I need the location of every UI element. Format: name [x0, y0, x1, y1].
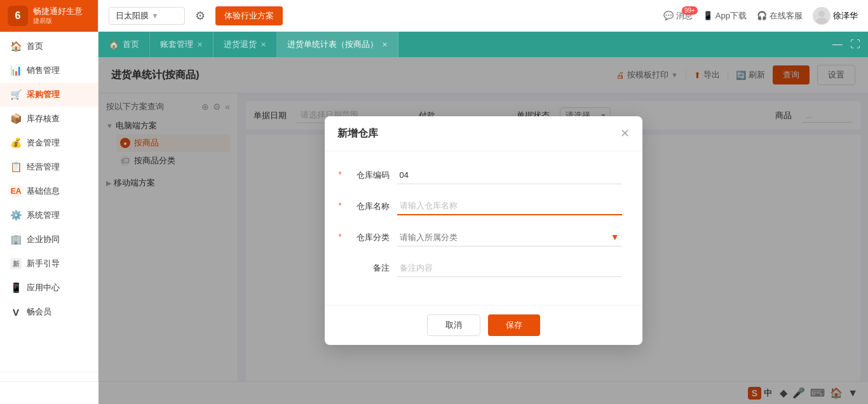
app-logo-text: 畅捷通好生意 捷易版 — [33, 6, 83, 25]
user-info[interactable]: 徐泽华 — [813, 7, 858, 25]
sidebar-nav: 🏠 首页 📊 销售管理 🛒 采购管理 📦 库存核查 💰 资金管理 📋 经营管理 … — [0, 32, 98, 372]
app-download-button[interactable]: 📱 App下载 — [703, 10, 747, 22]
modal-title: 新增仓库 — [337, 127, 378, 140]
sidebar-item-home[interactable]: 🏠 首页 — [0, 34, 98, 58]
sidebar-item-member[interactable]: V 畅会员 — [0, 300, 98, 324]
name-input[interactable] — [397, 197, 622, 215]
code-label: 仓库编码 — [345, 170, 390, 181]
tab-purchase-return-close-icon[interactable]: ✕ — [261, 41, 266, 49]
system-icon: ⚙️ — [10, 210, 22, 221]
guide-icon: 新 — [10, 258, 22, 269]
code-input[interactable] — [397, 166, 622, 184]
remark-label: 备注 — [345, 262, 390, 274]
gear-button[interactable]: ⚙ — [193, 6, 208, 25]
mobile-icon: 📱 — [703, 11, 713, 20]
sidebar-item-sales[interactable]: 📊 销售管理 — [0, 58, 98, 83]
tab-minimize-btn[interactable]: — — [830, 36, 845, 53]
topbar: 日太阳膜 ▼ ⚙ 体验行业方案 💬 消息 99+ 📱 App下载 🎧 在线客服 — [98, 0, 868, 32]
tab-account-close-icon[interactable]: ✕ — [197, 41, 203, 49]
topbar-right: 💬 消息 99+ 📱 App下载 🎧 在线客服 徐泽华 — [663, 7, 858, 25]
category-dropdown-icon: ▼ — [611, 232, 620, 242]
modal-close-button[interactable]: ✕ — [620, 126, 630, 140]
sidebar-item-purchase[interactable]: 🛒 采购管理 — [0, 83, 98, 107]
category-input[interactable] — [400, 232, 611, 242]
modal-new-warehouse: 新增仓库 ✕ 仓库编码 仓库名称 仓库分类 — [325, 116, 642, 345]
content-area: 进货单统计(按商品) 🖨 按模板打印 ▼ ⬆ 导出 🔄 刷新 查询 — [98, 57, 868, 404]
store-selector[interactable]: 日太阳膜 ▼ — [109, 7, 185, 25]
sidebar-item-guide[interactable]: 新 新手引导 — [0, 252, 98, 276]
form-row-code: 仓库编码 — [345, 166, 622, 184]
category-label: 仓库分类 — [345, 232, 390, 243]
member-icon: V — [10, 306, 22, 318]
svg-point-1 — [816, 18, 827, 24]
tab-purchase-stat-close-icon[interactable]: ✕ — [382, 41, 388, 49]
tab-purchase-return[interactable]: 进货退货 ✕ — [214, 32, 277, 57]
message-button[interactable]: 💬 消息 99+ — [663, 10, 693, 22]
sales-icon: 📊 — [10, 65, 22, 76]
message-icon: 💬 — [663, 11, 674, 20]
sidebar-logo: 6 畅捷通好生意 捷易版 — [0, 0, 98, 32]
tabbar: 🏠 首页 账套管理 ✕ 进货退货 ✕ 进货单统计表（按商品） ✕ — ⛶ — [98, 32, 868, 57]
tab-home[interactable]: 🏠 首页 — [98, 32, 150, 57]
purchase-icon: 🛒 — [10, 89, 22, 100]
sidebar: 6 畅捷通好生意 捷易版 🏠 首页 📊 销售管理 🛒 采购管理 📦 库存核查 💰… — [0, 0, 98, 404]
tab-account[interactable]: 账套管理 ✕ — [150, 32, 214, 57]
sidebar-item-enterprise[interactable]: 🏢 企业协同 — [0, 227, 98, 252]
enterprise-icon: 🏢 — [10, 234, 22, 245]
sidebar-item-apps[interactable]: 📱 应用中心 — [0, 276, 98, 300]
sidebar-item-operation[interactable]: 📋 经营管理 — [0, 155, 98, 179]
form-row-remark: 备注 — [345, 259, 622, 277]
form-row-category: 仓库分类 ▼ — [345, 228, 622, 246]
home-icon: 🏠 — [10, 41, 22, 52]
tab-maximize-btn[interactable]: ⛶ — [848, 36, 863, 53]
app-logo-icon: 6 — [8, 6, 28, 26]
sidebar-item-system[interactable]: ⚙️ 系统管理 — [0, 203, 98, 227]
modal-body: 仓库编码 仓库名称 仓库分类 ▼ — [325, 151, 642, 305]
tab-purchase-stat[interactable]: 进货单统计表（按商品） ✕ — [277, 32, 398, 57]
modal-footer: 取消 保存 — [325, 305, 642, 345]
sidebar-item-inventory[interactable]: 📦 库存核查 — [0, 107, 98, 131]
sidebar-item-finance[interactable]: 💰 资金管理 — [0, 131, 98, 155]
online-service-button[interactable]: 🎧 在线客服 — [757, 10, 803, 22]
remark-input[interactable] — [397, 259, 622, 277]
headset-icon: 🎧 — [757, 11, 767, 20]
modal-header: 新增仓库 ✕ — [325, 116, 642, 151]
sidebar-item-basic[interactable]: EA 基础信息 — [0, 179, 98, 203]
home-tab-icon: 🏠 — [109, 40, 119, 50]
experience-button[interactable]: 体验行业方案 — [215, 6, 283, 25]
user-avatar — [813, 7, 831, 25]
category-select-wrapper[interactable]: ▼ — [397, 228, 622, 246]
finance-icon: 💰 — [10, 137, 22, 149]
inventory-icon: 📦 — [10, 113, 22, 125]
main-area: 日太阳膜 ▼ ⚙ 体验行业方案 💬 消息 99+ 📱 App下载 🎧 在线客服 — [98, 0, 868, 404]
operation-icon: 📋 — [10, 161, 22, 173]
apps-icon: 📱 — [10, 282, 22, 293]
name-label: 仓库名称 — [345, 201, 390, 212]
save-button[interactable]: 保存 — [488, 314, 540, 336]
message-badge: 99+ — [682, 6, 698, 15]
cancel-button[interactable]: 取消 — [427, 314, 480, 336]
basic-icon: EA — [10, 185, 22, 197]
store-chevron-icon: ▼ — [151, 11, 159, 20]
modal-overlay: 新增仓库 ✕ 仓库编码 仓库名称 仓库分类 — [98, 57, 868, 404]
form-row-name: 仓库名称 — [345, 197, 622, 215]
tabbar-actions: — ⛶ — [825, 32, 868, 57]
svg-point-0 — [818, 11, 825, 17]
